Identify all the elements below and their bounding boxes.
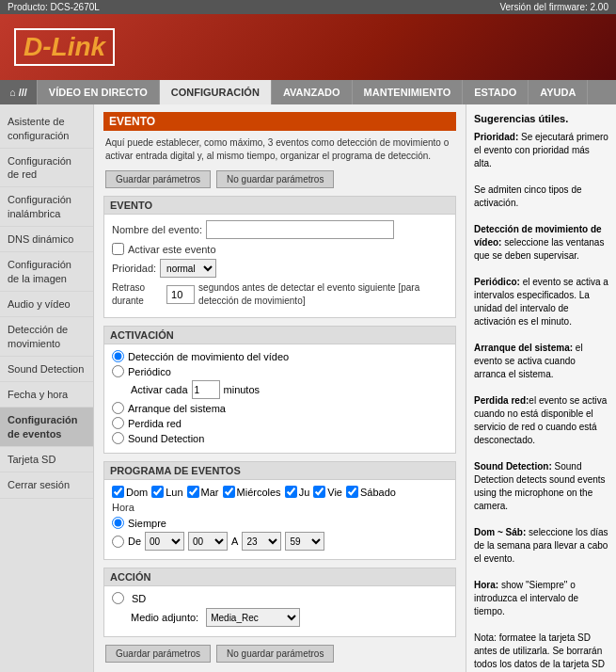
hora-to-m-select[interactable]: 0015304559 bbox=[285, 532, 324, 551]
evento-section: EVENTO Nombre del evento: Activar este e… bbox=[103, 196, 456, 318]
sidebar-item-audio[interactable]: Audio y vídeo bbox=[0, 292, 93, 317]
sidebar-item-imagen[interactable]: Configuración de la imagen bbox=[0, 252, 93, 292]
retraso-label: Retraso durante bbox=[112, 281, 163, 308]
top-btn-row: Guardar parámetros No guardar parámetros bbox=[103, 170, 456, 188]
day-mie: Miércoles bbox=[223, 486, 281, 498]
sidebar-item-asistente[interactable]: Asistente de configuración bbox=[0, 109, 93, 149]
nav-tabs: ⌂ /// VÍDEO EN DIRECTO CONFIGURACIÓN AVA… bbox=[0, 80, 616, 104]
save-params-bottom-button[interactable]: Guardar parámetros bbox=[105, 645, 211, 663]
activacion-sound-label: Sound Detection bbox=[128, 433, 204, 444]
rp-nota: Nota: formatee la tarjeta SD antes de ut… bbox=[474, 632, 608, 672]
activacion-arranque-radio[interactable] bbox=[112, 402, 124, 414]
activar-checkbox[interactable] bbox=[112, 243, 124, 255]
logo-link: Link bbox=[52, 32, 106, 61]
activacion-sound-radio[interactable] bbox=[112, 432, 124, 444]
accion-section-title: ACCIÓN bbox=[104, 568, 455, 586]
activacion-arranque-label: Arranque del sistema bbox=[128, 403, 226, 414]
retraso-input[interactable] bbox=[166, 285, 195, 304]
nombre-row: Nombre del evento: bbox=[112, 220, 448, 239]
hora-de-radio[interactable] bbox=[112, 536, 124, 548]
sidebar-item-inalambrica[interactable]: Configuración inalámbrica bbox=[0, 187, 93, 227]
rp-periodico: Periódico: el evento se activa a interva… bbox=[474, 276, 608, 328]
activar-cada-input[interactable] bbox=[192, 380, 220, 399]
activar-cada-row: Activar cada minutos bbox=[112, 380, 448, 399]
sidebar-item-red[interactable]: Configuración de red bbox=[0, 149, 93, 188]
activacion-deteccion-row: Detección de movimiento del vídeo bbox=[112, 350, 448, 362]
event-main-title: EVENTO bbox=[103, 112, 456, 131]
day-mar: Mar bbox=[187, 486, 219, 498]
checkbox-sab[interactable] bbox=[346, 486, 358, 498]
retraso-text: segundos antes de detectar el evento sig… bbox=[198, 281, 448, 308]
tab-video[interactable]: VÍDEO EN DIRECTO bbox=[38, 80, 160, 104]
rp-hora: Hora: show "Siempre" o introduzca el int… bbox=[474, 579, 608, 618]
checkbox-lun[interactable] bbox=[151, 486, 164, 498]
activacion-perdida-label: Perdida red bbox=[128, 418, 182, 429]
evento-section-body: Nombre del evento: Activar este evento P… bbox=[104, 215, 455, 317]
tab-home[interactable]: ⌂ /// bbox=[0, 80, 38, 104]
tab-estado[interactable]: ESTADO bbox=[463, 80, 529, 104]
activar-cada-label: Activar cada bbox=[131, 384, 188, 395]
day-dom: Dom bbox=[112, 486, 148, 498]
days-row: Dom Lun Mar Miércoles Ju Vie Sábado bbox=[112, 486, 448, 498]
activacion-section-body: Detección de movimiento del vídeo Periód… bbox=[104, 344, 455, 453]
prioridad-select[interactable]: normal alta baja bbox=[160, 259, 216, 278]
day-jue: Ju bbox=[285, 486, 310, 498]
tab-mantenimiento[interactable]: MANTENIMIENTO bbox=[353, 80, 464, 104]
rp-dom-sab: Dom ~ Sáb: seleccione los días de la sem… bbox=[474, 526, 608, 566]
sd-radio[interactable] bbox=[112, 592, 124, 604]
hora-label-row: Hora bbox=[112, 502, 448, 513]
hora-from-h-select[interactable]: 0001061218 bbox=[145, 532, 184, 551]
activacion-periodico-radio[interactable] bbox=[112, 365, 124, 377]
checkbox-vie[interactable] bbox=[313, 486, 325, 498]
hora-siempre-radio[interactable] bbox=[112, 517, 124, 529]
hora-from-m-select[interactable]: 00153045 bbox=[188, 532, 228, 551]
nombre-input[interactable] bbox=[206, 220, 394, 239]
day-vie: Vie bbox=[313, 486, 342, 498]
sidebar-item-config-eventos[interactable]: Configuración de eventos bbox=[0, 408, 93, 447]
right-panel: Sugerencias útiles. Prioridad: Se ejecut… bbox=[466, 104, 616, 672]
tab-avanzado[interactable]: AVANZADO bbox=[272, 80, 353, 104]
sidebar-item-deteccion[interactable]: Detección de movimiento bbox=[0, 317, 93, 357]
activar-row: Activar este evento bbox=[112, 243, 448, 255]
sidebar-item-fecha[interactable]: Fecha y hora bbox=[0, 382, 93, 408]
checkbox-mar[interactable] bbox=[187, 486, 199, 498]
hora-to-h-select[interactable]: 0006121823 bbox=[242, 532, 281, 551]
hora-a-label: A bbox=[231, 536, 238, 547]
sidebar-item-tarjeta-sd[interactable]: Tarjeta SD bbox=[0, 447, 93, 472]
logo-d: D bbox=[24, 32, 42, 61]
checkbox-jue[interactable] bbox=[285, 486, 297, 498]
hora-label: Hora bbox=[112, 502, 134, 513]
activacion-perdida-radio[interactable] bbox=[112, 417, 124, 429]
sidebar-item-cerrar[interactable]: Cerrar sesión bbox=[0, 472, 93, 498]
activacion-periodico-row: Periódico bbox=[112, 365, 448, 377]
nombre-label: Nombre del evento: bbox=[112, 224, 202, 235]
sidebar-item-dns[interactable]: DNS dinámico bbox=[0, 227, 93, 252]
checkbox-mie[interactable] bbox=[223, 486, 235, 498]
sidebar: Asistente de configuración Configuración… bbox=[0, 104, 94, 672]
sidebar-item-sound[interactable]: Sound Detection bbox=[0, 357, 93, 382]
activacion-section-title: ACTIVACIÓN bbox=[104, 327, 455, 344]
activar-label: Activar este evento bbox=[128, 244, 216, 255]
save-params-top-button[interactable]: Guardar parámetros bbox=[105, 170, 211, 188]
programa-section-body: Dom Lun Mar Miércoles Ju Vie Sábado Hora… bbox=[104, 480, 455, 559]
bottom-btn-row: Guardar parámetros No guardar parámetros bbox=[103, 645, 456, 663]
event-desc: Aquí puede establecer, como máximo, 3 ev… bbox=[103, 136, 456, 163]
content-area: EVENTO Aquí puede establecer, como máxim… bbox=[94, 104, 466, 672]
rp-perdida: Perdida red:el evento se activa cuando n… bbox=[474, 394, 608, 447]
hora-siempre-row: Siempre bbox=[112, 517, 448, 529]
nosave-params-bottom-button[interactable]: No guardar parámetros bbox=[216, 645, 334, 663]
rp-title: Sugerencias útiles. bbox=[474, 112, 608, 126]
retraso-row: Retraso durante segundos antes de detect… bbox=[112, 281, 448, 308]
tab-config[interactable]: CONFIGURACIÓN bbox=[160, 80, 272, 104]
activar-cada-indent: Activar cada minutos bbox=[131, 380, 260, 399]
product-label: Producto: DCS-2670L bbox=[8, 2, 100, 12]
activacion-deteccion-radio[interactable] bbox=[112, 350, 124, 362]
nosave-params-top-button[interactable]: No guardar parámetros bbox=[216, 170, 334, 188]
activacion-periodico-label: Periódico bbox=[128, 366, 171, 377]
checkbox-dom[interactable] bbox=[112, 486, 124, 498]
programa-section-title: PROGRAMA DE EVENTOS bbox=[104, 462, 455, 480]
prioridad-row: Prioridad: normal alta baja bbox=[112, 259, 448, 278]
medio-select[interactable]: Media_Rec Ninguno bbox=[206, 608, 300, 627]
logo: D-Link bbox=[14, 28, 115, 66]
tab-ayuda[interactable]: AYUDA bbox=[529, 80, 588, 104]
